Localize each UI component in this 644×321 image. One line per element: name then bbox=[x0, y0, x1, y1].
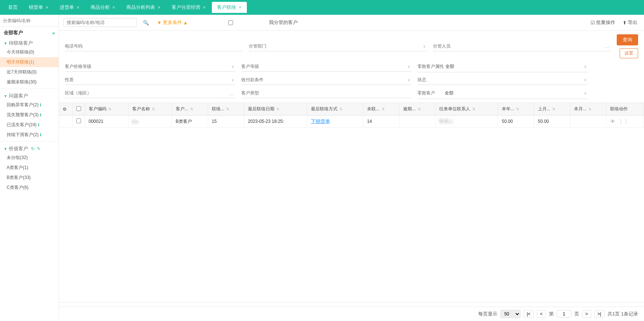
all-customers-title[interactable]: 全部客户 « bbox=[0, 27, 59, 38]
data-table: ⚙ 客户编码 ⇅ 客户名称 ⇅ 客户... ⇅ 联络... ⇅ 最后联络日期 ⇅… bbox=[59, 103, 644, 128]
horizontal-scrollbar[interactable] bbox=[59, 302, 644, 307]
nav-purchase-order[interactable]: 进货单 ✕ bbox=[55, 2, 85, 13]
close-icon[interactable]: ✕ bbox=[45, 5, 49, 10]
col-contact-person[interactable]: 往来单位联系人 ⇅ bbox=[435, 103, 498, 115]
chevron-down-icon: ▼ bbox=[4, 94, 7, 98]
page-input[interactable] bbox=[557, 310, 571, 318]
col-contact-count[interactable]: 联络... ⇅ bbox=[208, 103, 244, 115]
view-action-icon[interactable]: 👁 bbox=[610, 118, 615, 124]
col-settings[interactable]: ⚙ bbox=[59, 103, 72, 115]
col-overdue[interactable]: 逾期... ⇅ bbox=[399, 103, 435, 115]
nav-home[interactable]: 首页 bbox=[3, 2, 23, 13]
first-page-button[interactable]: |< bbox=[524, 310, 534, 318]
sidebar-item-declining[interactable]: 持续下滑客户(2) ℹ bbox=[0, 130, 59, 140]
row-last-month: 50.00 bbox=[534, 115, 570, 128]
sidebar-item-class-c[interactable]: C类客户(6) bbox=[0, 183, 59, 193]
sort-icon: ⇅ bbox=[516, 107, 519, 111]
refresh-icon[interactable]: ↻ bbox=[31, 146, 35, 151]
nav-customer-tiering[interactable]: 客户分层经营 ✕ bbox=[167, 2, 211, 13]
select-all-checkbox[interactable] bbox=[76, 106, 81, 111]
chevron-down-icon[interactable]: ∨ bbox=[231, 65, 234, 69]
sidebar-item-class-b[interactable]: B类客户(33) bbox=[0, 173, 59, 183]
phone-input[interactable] bbox=[91, 44, 241, 49]
col-code[interactable]: 客户编码 ⇅ bbox=[85, 103, 128, 115]
chevron-down-icon: ▼ bbox=[4, 147, 7, 151]
filter-nature: 性质 ∨ bbox=[65, 75, 235, 85]
chevron-down-icon[interactable]: ∨ bbox=[584, 65, 587, 69]
row-this-year: 50.00 bbox=[498, 115, 534, 128]
chevron-down-icon[interactable]: ∨ bbox=[423, 44, 426, 48]
col-last-date[interactable]: 最后联络日期 ⇅ bbox=[244, 103, 307, 115]
table-footer: 每页显示 50 100 200 |< < 第 页 > >| 共1页 1条记录 bbox=[59, 307, 644, 321]
more-conditions-button[interactable]: ▼ 更多条件 ▲ bbox=[155, 18, 190, 27]
row-name: Ea bbox=[128, 115, 172, 128]
row-checkbox-cell[interactable] bbox=[72, 115, 85, 128]
close-icon[interactable]: ✕ bbox=[112, 5, 115, 10]
my-customers-checkbox-label[interactable]: 我分管的客户 bbox=[194, 19, 298, 26]
sidebar-group-problem[interactable]: ▼ 问题客户 bbox=[0, 90, 59, 100]
per-page-select[interactable]: 50 100 200 bbox=[500, 310, 521, 318]
query-button[interactable]: 查询 bbox=[617, 34, 638, 45]
sidebar-search-input[interactable] bbox=[3, 18, 58, 23]
sidebar-item-tomorrow-pending[interactable]: 明天待联络(1) bbox=[0, 57, 59, 67]
sidebar-group-value[interactable]: ▼ 价值客户 ↻ ✎ bbox=[0, 143, 59, 153]
last-page-button[interactable]: >| bbox=[594, 310, 605, 318]
close-icon[interactable]: ✕ bbox=[238, 5, 242, 10]
nav-product-analysis-list[interactable]: 商品分析列表 ✕ bbox=[121, 2, 166, 13]
sort-icon: ⇅ bbox=[190, 107, 193, 111]
col-last-month[interactable]: 上月... ⇅ bbox=[534, 103, 570, 115]
nav-sales-order[interactable]: 销货单 ✕ bbox=[24, 2, 54, 13]
chevron-down-icon[interactable]: ∨ bbox=[231, 78, 234, 82]
collapse-icon[interactable]: « bbox=[52, 30, 55, 36]
row-no-contact: 14 bbox=[363, 115, 399, 128]
export-button[interactable]: ⬆ 导出 bbox=[620, 18, 640, 27]
chevron-down-icon[interactable]: ∨ bbox=[584, 78, 587, 82]
export-icon: ⬆ bbox=[623, 20, 627, 25]
col-this-month[interactable]: 本月... ⇅ bbox=[570, 103, 606, 115]
row-contact-count: 15 bbox=[208, 115, 244, 128]
sidebar-item-churn-warning[interactable]: 流失预警客户(3) ℹ bbox=[0, 110, 59, 120]
close-icon[interactable]: ✕ bbox=[203, 5, 206, 10]
sidebar-item-churned[interactable]: 已流失客户(24) ℹ bbox=[0, 120, 59, 130]
dots-icon[interactable]: … bbox=[604, 43, 609, 49]
sort-icon: ⇅ bbox=[152, 107, 155, 111]
row-checkbox[interactable] bbox=[76, 118, 81, 123]
chevron-down-icon: ▼ bbox=[4, 41, 7, 45]
filter-icon: ▼ bbox=[157, 20, 162, 25]
filter-person: 分管人员 … bbox=[433, 42, 611, 51]
dots-icon[interactable]: … bbox=[229, 90, 234, 96]
col-type[interactable]: 客户... ⇅ bbox=[172, 103, 208, 115]
col-name[interactable]: 客户名称 ⇅ bbox=[128, 103, 172, 115]
last-method-link[interactable]: 下销货单 bbox=[311, 118, 330, 124]
col-checkbox[interactable] bbox=[72, 103, 85, 115]
chevron-down-icon[interactable]: ∨ bbox=[407, 78, 410, 82]
col-no-contact[interactable]: 未联... ⇅ bbox=[363, 103, 399, 115]
chevron-down-icon[interactable]: ∨ bbox=[407, 65, 410, 69]
more-action-icon[interactable]: ⋮⋮ bbox=[618, 118, 629, 124]
search-input[interactable] bbox=[63, 18, 137, 27]
sidebar-item-class-a[interactable]: A类客户(1) bbox=[0, 163, 59, 173]
edit-icon[interactable]: ✎ bbox=[37, 146, 41, 151]
close-icon[interactable]: ✕ bbox=[157, 5, 161, 10]
nav-customer-contact[interactable]: 客户联络 ✕ bbox=[212, 2, 247, 13]
sidebar-item-ungrouped[interactable]: 未分组(32) bbox=[0, 153, 59, 163]
close-icon[interactable]: ✕ bbox=[76, 5, 80, 10]
set-button[interactable]: 设置 bbox=[620, 48, 638, 58]
sidebar-item-abnormal-repurchase[interactable]: 回购异常客户(2) ℹ bbox=[0, 100, 59, 110]
chevron-down-icon[interactable]: ∨ bbox=[584, 91, 587, 95]
next-page-button[interactable]: > bbox=[582, 310, 591, 318]
row-last-date: 2023-05-23 18:25: bbox=[244, 115, 307, 128]
filter-row-2: 客户价格等级 ∨ 客户等级 ∨ 零散客户属性 全部 ∨ bbox=[65, 61, 638, 72]
sidebar-item-today-pending[interactable]: 今天待联络(0) bbox=[0, 47, 59, 57]
sidebar-group-pending[interactable]: ▼ 待联络客户 bbox=[0, 38, 59, 47]
sidebar-item-overdue[interactable]: 逾期未联络(30) bbox=[0, 77, 59, 87]
prev-page-button[interactable]: < bbox=[537, 310, 546, 318]
my-customers-checkbox[interactable] bbox=[194, 20, 267, 25]
row-last-method[interactable]: 下销货单 bbox=[307, 115, 363, 128]
sidebar-item-7day-pending[interactable]: 近7天待联络(0) bbox=[0, 67, 59, 77]
nav-product-analysis[interactable]: 商品分析 ✕ bbox=[85, 2, 120, 13]
batch-op-button[interactable]: ☑ 批量操作 bbox=[588, 18, 617, 27]
col-this-year[interactable]: 本年... ⇅ bbox=[498, 103, 534, 115]
col-last-method[interactable]: 最后联络方式 ⇅ bbox=[307, 103, 363, 115]
search-button[interactable]: 🔍 bbox=[141, 18, 151, 27]
